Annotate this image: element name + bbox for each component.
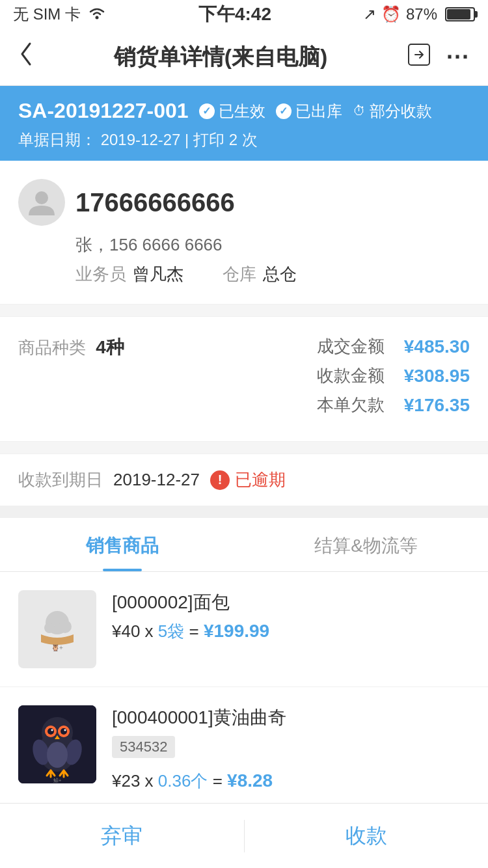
status-shipped: ✓ 已出库 — [276, 101, 342, 122]
deal-amount-row: 成交金额 ¥485.30 — [317, 335, 470, 358]
bottom-bar: 弃审 收款 — [0, 803, 488, 868]
svg-point-4 — [44, 623, 55, 633]
salesperson-label: 业务员 — [75, 263, 126, 286]
qty-1: 5袋 — [158, 621, 184, 641]
tab-settlement[interactable]: 结算&物流等 — [244, 518, 488, 571]
owed-value: ¥176.35 — [404, 395, 470, 416]
nav-actions: ··· — [407, 43, 470, 71]
deal-amount-value: ¥485.30 — [404, 336, 470, 357]
received-value: ¥308.95 — [404, 366, 470, 387]
date-label: 单据日期： — [18, 131, 96, 148]
tab-sales-label: 销售商品 — [86, 536, 159, 556]
status-time: 下午4:42 — [198, 2, 271, 27]
salesperson-value: 曾凡杰 — [133, 263, 183, 286]
section-divider — [0, 506, 488, 518]
nav-bar: 销货单详情(来自电脑) ··· — [0, 29, 488, 86]
status-enacted-label: 已生效 — [219, 101, 265, 122]
status-enacted: ✓ 已生效 — [199, 101, 265, 122]
battery-icon — [445, 7, 475, 21]
list-item: 🦉+ [0000002]面包 ¥40 x 5袋 = ¥199.99 — [0, 572, 488, 687]
product-types: 商品种类 4种 — [18, 335, 124, 360]
warehouse-value: 总仓 — [263, 263, 297, 286]
qty-2: 0.36个 — [158, 771, 208, 791]
customer-card: 17666666666 张，156 6666 6666 业务员 曾凡杰 仓库 总… — [0, 161, 488, 305]
more-icon[interactable]: ··· — [446, 44, 470, 71]
location-icon: ↗ — [363, 5, 376, 23]
warehouse-item: 仓库 总仓 — [223, 263, 297, 286]
cancel-button[interactable]: 弃审 — [0, 809, 244, 863]
product-price-1: ¥40 x 5袋 = ¥199.99 — [112, 620, 470, 643]
order-date: 2019-12-27 — [101, 131, 181, 148]
total-1: ¥199.99 — [204, 621, 269, 641]
svg-point-5 — [59, 620, 72, 633]
back-button[interactable] — [18, 41, 34, 73]
deal-amount-label: 成交金额 — [317, 335, 385, 358]
customer-id: 17666666666 — [75, 188, 235, 217]
types-label: 商品种类 — [18, 338, 86, 357]
avatar — [18, 179, 65, 226]
types-value: 4种 — [96, 337, 124, 357]
due-date-value: 2019-12-27 — [113, 470, 200, 490]
tabs-bar: 销售商品 结算&物流等 — [0, 518, 488, 572]
svg-point-12 — [47, 728, 54, 735]
due-date-label: 收款到期日 — [18, 468, 103, 491]
svg-point-14 — [51, 729, 53, 731]
svg-text:🦉+: 🦉+ — [51, 644, 63, 652]
print-info: | 打印 2 次 — [185, 131, 258, 148]
svg-point-19 — [47, 742, 68, 768]
warehouse-label: 仓库 — [223, 263, 256, 286]
svg-point-15 — [64, 729, 66, 731]
confirm-button[interactable]: 收款 — [245, 809, 489, 863]
battery-text: 87% — [406, 5, 437, 23]
status-partial-label: 部分收款 — [370, 101, 432, 122]
product-price-2: ¥23 x 0.36个 = ¥8.28 — [112, 770, 470, 793]
due-date-section: 收款到期日 2019-12-27 ! 已逾期 — [0, 454, 488, 506]
product-tag-2: 534532 — [112, 736, 175, 758]
customer-meta: 业务员 曾凡杰 仓库 总仓 — [18, 263, 470, 286]
status-shipped-label: 已出库 — [295, 101, 342, 122]
received-label: 收款金额 — [317, 364, 385, 387]
page-title: 销货单详情(来自电脑) — [114, 42, 328, 72]
status-right: ↗ ⏰ 87% — [363, 5, 475, 23]
clock-icon: ⏱ — [353, 103, 366, 118]
status-left: 无 SIM 卡 — [13, 4, 107, 25]
price-base-1: ¥40 x — [112, 621, 158, 641]
list-item: 鲸+ [000400001]黄油曲奇 534532 ¥23 x 0.36个 = … — [0, 687, 488, 811]
alarm-icon: ⏰ — [381, 5, 401, 23]
tab-sales-products[interactable]: 销售商品 — [0, 518, 244, 571]
owed-label: 本单欠款 — [317, 394, 385, 416]
svg-point-0 — [96, 16, 99, 20]
carrier-text: 无 SIM 卡 — [13, 4, 81, 25]
product-image-1: 🦉+ — [18, 590, 96, 668]
alert-icon: ! — [210, 470, 230, 490]
price-base-2: ¥23 x — [112, 771, 158, 791]
product-name-2: [000400001]黄油曲奇 — [112, 705, 470, 730]
total-2: ¥8.28 — [227, 770, 273, 791]
product-image-2: 鲸+ — [18, 705, 96, 783]
salesperson-item: 业务员 曾凡杰 — [75, 263, 183, 286]
check-icon-2: ✓ — [276, 103, 291, 119]
status-bar: 无 SIM 卡 下午4:42 ↗ ⏰ 87% — [0, 0, 488, 29]
product-name-1: [0000002]面包 — [112, 590, 470, 615]
product-info-2: [000400001]黄油曲奇 534532 ¥23 x 0.36个 = ¥8.… — [112, 705, 470, 793]
product-info-1: [0000002]面包 ¥40 x 5袋 = ¥199.99 — [112, 590, 470, 643]
customer-contact: 张，156 6666 6666 — [18, 234, 470, 256]
order-date-row: 单据日期： 2019-12-27 | 打印 2 次 — [18, 129, 470, 150]
wifi-icon — [87, 5, 107, 23]
equals-1: = — [189, 621, 204, 641]
received-row: 收款金额 ¥308.95 — [317, 364, 470, 387]
svg-point-13 — [61, 728, 67, 735]
product-list: 🦉+ [0000002]面包 ¥40 x 5袋 = ¥199.99 — [0, 572, 488, 811]
check-icon-1: ✓ — [199, 103, 215, 119]
share-icon[interactable] — [407, 43, 431, 71]
status-partial: ⏱ 部分收款 — [353, 101, 432, 122]
overdue-text: 已逾期 — [235, 468, 286, 491]
overdue-badge: ! 已逾期 — [210, 468, 286, 491]
svg-point-2 — [35, 191, 48, 204]
owed-row: 本单欠款 ¥176.35 — [317, 394, 470, 416]
order-header: SA-20191227-001 ✓ 已生效 ✓ 已出库 ⏱ 部分收款 单据日期：… — [0, 86, 488, 161]
financial-stats: 成交金额 ¥485.30 收款金额 ¥308.95 本单欠款 ¥176.35 — [317, 335, 470, 423]
tab-settlement-label: 结算&物流等 — [314, 536, 418, 556]
equals-2: = — [213, 771, 227, 791]
svg-text:鲸+: 鲸+ — [53, 778, 62, 783]
